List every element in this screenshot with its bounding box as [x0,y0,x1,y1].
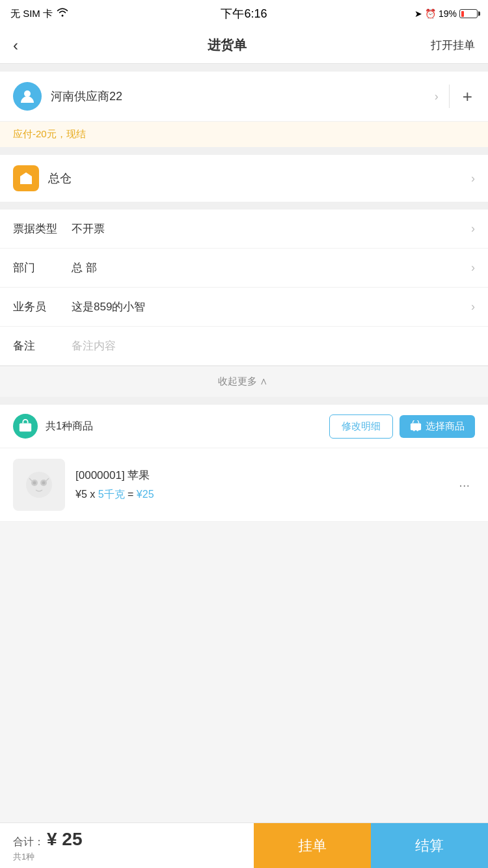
select-product-button[interactable]: 选择商品 [400,415,475,438]
total-label: 合计： [13,835,44,849]
total-area: 合计： ¥ 25 共1种 [0,829,254,863]
open-pending-button[interactable]: 打开挂单 [431,38,475,53]
collapse-row[interactable]: 收起更多 ∧ [0,366,488,397]
department-value: 总 部 [72,260,471,275]
remark-input[interactable]: 备注内容 [72,338,475,353]
salesperson-row[interactable]: 业务员 这是859的小智 › [0,288,488,327]
modify-detail-button[interactable]: 修改明细 [329,414,393,439]
section-gap-2 [0,147,488,155]
product-name: [0000001] 苹果 [75,468,454,483]
carrier-text: 无 SIM 卡 [10,8,53,20]
svg-point-9 [33,481,36,485]
battery-percent: 19% [439,8,457,19]
wifi-icon [57,8,68,20]
invoice-value: 不开票 [72,221,471,236]
status-carrier: 无 SIM 卡 [10,8,68,20]
suspend-button[interactable]: 挂单 [254,823,371,869]
product-thumbnail [13,459,65,511]
section-gap-3 [0,202,488,210]
nav-bar: ‹ 进货单 打开挂单 [0,27,488,64]
supplier-chevron-icon: › [435,90,439,103]
remark-label: 备注 [13,338,72,353]
section-gap-4 [0,397,488,405]
more-button[interactable]: ··· [454,475,475,495]
warehouse-icon [13,165,39,191]
invoice-label: 票据类型 [13,221,72,236]
product-header: 共1种商品 修改明细 选择商品 [0,405,488,448]
back-button[interactable]: ‹ [13,31,23,60]
supplier-name: 河南供应商22 [51,88,435,104]
page-title: 进货单 [208,36,247,54]
svg-rect-1 [24,179,28,184]
alarm-icon: ⏰ [425,8,436,19]
section-gap-1 [0,64,488,72]
invoice-row[interactable]: 票据类型 不开票 › [0,210,488,249]
product-count-icon [13,414,38,439]
svg-point-4 [413,429,415,431]
remark-row[interactable]: 备注 备注内容 [0,327,488,366]
product-item: [0000001] 苹果 ¥5 x 5千克 = ¥25 ··· [0,448,488,522]
svg-rect-2 [20,423,31,431]
form-card: 票据类型 不开票 › 部门 总 部 › 业务员 这是859的小智 › 备注 备注… [0,210,488,366]
location-icon: ➤ [414,8,422,19]
add-button[interactable]: + [460,84,475,109]
total-amount: ¥ 25 [47,829,83,850]
svg-rect-3 [411,424,421,431]
invoice-chevron-icon: › [471,222,475,236]
svg-point-0 [24,90,31,97]
notice-bar: 应付-20元，现结 [0,122,488,147]
status-time: 下午6:16 [221,6,267,21]
supplier-card: 河南供应商22 › + 应付-20元，现结 [0,72,488,147]
bottom-bar: 合计： ¥ 25 共1种 挂单 结算 [0,822,488,868]
department-label: 部门 [13,260,72,275]
select-product-label: 选择商品 [426,420,465,433]
svg-point-6 [26,472,52,498]
cart-icon [410,420,422,432]
total-count: 共1种 [13,851,241,863]
product-price: ¥5 x 5千克 = ¥25 [75,488,454,502]
supplier-row[interactable]: 河南供应商22 › + [0,72,488,122]
salesperson-label: 业务员 [13,299,72,314]
product-count-label: 共1种商品 [46,420,329,433]
supplier-avatar [13,82,42,111]
salesperson-value: 这是859的小智 [72,299,471,314]
status-bar: 无 SIM 卡 下午6:16 ➤ ⏰ 19% [0,0,488,27]
products-card: 共1种商品 修改明细 选择商品 [0,405,488,522]
bottom-padding [0,522,488,535]
vertical-divider [449,85,450,108]
collapse-label: 收起更多 ∧ [218,375,267,388]
svg-point-10 [42,481,46,485]
department-chevron-icon: › [471,261,475,275]
checkout-button[interactable]: 结算 [371,823,488,869]
warehouse-chevron-icon: › [471,172,475,185]
department-row[interactable]: 部门 总 部 › [0,249,488,288]
warehouse-name: 总仓 [48,170,471,186]
status-icons: ➤ ⏰ 19% [414,8,478,19]
salesperson-chevron-icon: › [471,300,475,314]
svg-point-5 [416,429,418,431]
battery-icon [459,9,478,18]
product-info: [0000001] 苹果 ¥5 x 5千克 = ¥25 [75,468,454,502]
warehouse-row[interactable]: 总仓 › [0,155,488,202]
warehouse-card: 总仓 › [0,155,488,202]
